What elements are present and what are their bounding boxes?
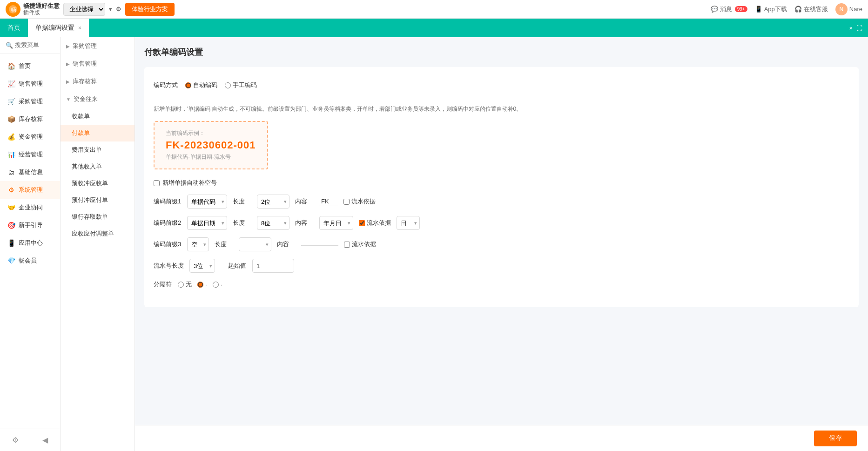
manual-encoding-radio[interactable] (225, 82, 231, 88)
tab-close-icon[interactable]: × (78, 25, 81, 31)
sales-icon: 📈 (7, 80, 15, 88)
prefix1-stream-check[interactable]: 流水依据 (343, 197, 376, 206)
prefix2-length-select[interactable]: 8位 (257, 216, 289, 230)
sidebar-item-enterprise[interactable]: 🤝 企业协同 (0, 199, 60, 216)
prefix2-select[interactable]: 单据日期 (187, 216, 227, 230)
prefix2-length-wrapper: 8位 (257, 216, 289, 230)
info-text: 新增单据时，'单据编码'自动生成，不可编辑。前缀设置为部门、业务员等档案类，开单… (154, 105, 849, 114)
topbar: 畅 畅捷通好生意 插件版 企业选择 ▾ ⚙ 体验行业方案 💬 消息 99+ 📱 … (0, 0, 868, 19)
sidebar-item-system[interactable]: ⚙ 系统管理 (0, 181, 60, 199)
prefix2-label: 编码前缀2 (154, 219, 182, 227)
sec-item-advance-receivable[interactable]: 预收冲应收单 (61, 175, 135, 192)
inventory-icon: 📦 (7, 115, 15, 123)
sidebar-item-home[interactable]: 🏠 首页 (0, 57, 60, 75)
sec-item-payment[interactable]: 付款单 (61, 125, 135, 141)
prefix2-stream-checkbox[interactable] (359, 220, 365, 226)
online-service-item[interactable]: 🎧 在线客服 (794, 5, 828, 13)
auto-fill-row: 新增单据自动补空号 (154, 179, 849, 187)
sep-dot2-radio[interactable] (213, 282, 219, 288)
tab-encoding[interactable]: 单据编码设置 × (28, 19, 89, 37)
manual-encoding-option[interactable]: 手工编码 (225, 81, 257, 89)
prefix2-cycle-wrapper: 日 (397, 216, 420, 230)
sec-item-advance-payable[interactable]: 预付冲应付单 (61, 192, 135, 209)
message-icon: 💬 (711, 6, 718, 13)
sidebar-item-purchase[interactable]: 🛒 采购管理 (0, 93, 60, 110)
separator-row: 分隔符 无 · · (154, 280, 849, 289)
bottom-collapse-icon[interactable]: ◀ (40, 433, 51, 447)
prefix3-stream-checkbox[interactable] (344, 242, 350, 248)
prefix3-select[interactable]: 空 (187, 237, 209, 251)
bottom-settings-icon[interactable]: ⚙ (9, 433, 21, 447)
prefix2-content-label: 内容 (295, 219, 314, 227)
sidebar-search[interactable]: 🔍 搜索菜单 (0, 37, 60, 54)
arrow-down-icon: ▼ (66, 97, 71, 102)
start-value-input[interactable] (252, 259, 294, 273)
sidebar-item-inventory[interactable]: 📦 库存核算 (0, 110, 60, 128)
sep-none-option[interactable]: 无 (178, 280, 192, 289)
sep-none-radio[interactable] (178, 282, 184, 288)
section-sales-header[interactable]: ▶ 销售管理 (61, 55, 135, 73)
main-layout: 🔍 搜索菜单 🏠 首页 📈 销售管理 🛒 采购管理 📦 库存核算 💰 (0, 37, 868, 451)
arrow-right-icon3: ▶ (66, 79, 70, 84)
prefix3-stream-check[interactable]: 流水依据 (344, 240, 376, 249)
messages-item[interactable]: 💬 消息 99+ (711, 5, 747, 13)
serial-select-wrapper: 3位 (189, 259, 215, 273)
prefix2-stream-check[interactable]: 流水依据 (359, 219, 391, 227)
user-item[interactable]: N Nare (835, 3, 862, 15)
sec-item-bank[interactable]: 银行存取款单 (61, 209, 135, 225)
prefix2-select-wrapper: 单据日期 (187, 216, 227, 230)
prefix2-content-select[interactable]: 年月日 (319, 216, 353, 230)
tab-home[interactable]: 首页 (0, 19, 28, 37)
section-purchase-header[interactable]: ▶ 采购管理 (61, 37, 135, 55)
prefix1-select-wrapper: 单据代码 (187, 195, 227, 209)
enterprise-icon: 🤝 (7, 204, 15, 211)
prefix1-label: 编码前缀1 (154, 197, 182, 206)
sidebar-item-operations[interactable]: 📊 经营管理 (0, 146, 60, 163)
prefix3-select-wrapper: 空 (187, 237, 209, 251)
industry-button[interactable]: 体验行业方案 (125, 3, 175, 16)
prefix1-length-select[interactable]: 2位 (257, 195, 289, 209)
company-select[interactable]: 企业选择 (63, 3, 105, 16)
prefix1-stream-checkbox[interactable] (343, 199, 350, 205)
preview-label: 当前编码示例： (166, 129, 256, 137)
sep-dot2-option[interactable]: · (213, 281, 222, 288)
section-inventory-header[interactable]: ▶ 库存核算 (61, 73, 135, 90)
brand-icon: 畅 (6, 2, 20, 17)
sidebar-item-guide[interactable]: 🎯 新手引导 (0, 216, 60, 234)
prefix2-content-wrapper: 年月日 (319, 216, 353, 230)
prefix1-select[interactable]: 单据代码 (187, 195, 227, 209)
sidebar-nav: 🏠 首页 📈 销售管理 🛒 采购管理 📦 库存核算 💰 资金管理 📊 经 (0, 54, 60, 429)
sec-item-receipt[interactable]: 收款单 (61, 108, 135, 125)
auto-fill-checkbox[interactable] (154, 180, 160, 186)
window-close-icon[interactable]: × (849, 25, 853, 32)
sidebar-item-apps[interactable]: 📱 应用中心 (0, 234, 60, 252)
preview-code: FK-20230602-001 (166, 139, 256, 151)
sidebar-item-sales[interactable]: 📈 销售管理 (0, 75, 60, 93)
topbar-controls: 企业选择 ▾ ⚙ 体验行业方案 (63, 3, 175, 16)
prefix3-length-select[interactable] (239, 237, 271, 251)
prefix2-cycle-select[interactable]: 日 (397, 216, 420, 230)
sec-item-expense[interactable]: 费用支出单 (61, 141, 135, 158)
sec-item-other-income[interactable]: 其他收入单 (61, 158, 135, 175)
sep-dot-option[interactable]: · (197, 281, 207, 288)
sidebar-item-finance[interactable]: 💰 资金管理 (0, 128, 60, 146)
svg-text:畅: 畅 (11, 7, 16, 13)
app-download-item[interactable]: 📱 App下载 (755, 5, 787, 13)
sidebar-item-member[interactable]: 💎 畅会员 (0, 252, 60, 269)
section-purchase: ▶ 采购管理 (61, 37, 135, 55)
content-area: 付款单编码设置 编码方式 自动编码 手工编码 (135, 37, 868, 425)
dropdown-arrow[interactable]: ▾ (109, 6, 112, 13)
serial-length-select[interactable]: 3位 (189, 259, 215, 273)
prefix2-row: 编码前缀2 单据日期 长度 8位 内容 (154, 216, 849, 230)
sidebar-item-basic[interactable]: 🗂 基础信息 (0, 163, 60, 181)
serial-label: 流水号长度 (154, 262, 184, 270)
auto-encoding-radio[interactable] (185, 82, 191, 88)
auto-encoding-option[interactable]: 自动编码 (185, 81, 217, 89)
section-capital-header[interactable]: ▼ 资金往来 (61, 90, 135, 108)
encoding-method-row: 编码方式 自动编码 手工编码 (154, 76, 849, 97)
settings-icon[interactable]: ⚙ (116, 6, 121, 13)
save-button[interactable]: 保存 (814, 431, 857, 446)
sep-dot-radio[interactable] (197, 282, 203, 288)
sec-item-adjust[interactable]: 应收应付调整单 (61, 225, 135, 242)
window-expand-icon[interactable]: ⛶ (856, 25, 862, 32)
